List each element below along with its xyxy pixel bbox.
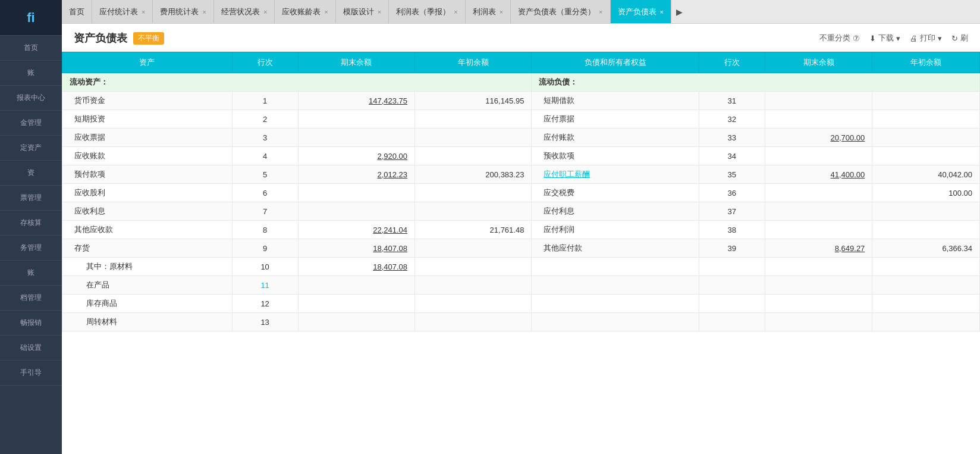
tab-expense-stats-label: 费用统计表 [160, 7, 199, 17]
begin-balance-r: 100.00 [872, 184, 980, 202]
end-balance-r [765, 92, 872, 110]
download-icon: ⬇ [869, 34, 876, 43]
sidebar-item-fund[interactable]: 金管理 [0, 111, 62, 136]
tab-expense-stats-close[interactable]: × [202, 8, 206, 15]
tab-template[interactable]: 模版设计 × [336, 0, 389, 24]
begin-balance-r: 40,042.00 [872, 165, 980, 184]
tab-payable-stats-close[interactable]: × [142, 8, 145, 15]
download-button[interactable]: ⬇ 下载 ▾ [869, 33, 900, 43]
table-row: 货币资金 1 147,423.75 116,145.95 短期借款 31 [62, 92, 980, 110]
tab-bar: 首页 应付统计表 × 费用统计表 × 经营状况表 × 应收账龄表 × 模版设计 … [62, 0, 980, 24]
sidebar-item-ticket[interactable]: 票管理 [0, 186, 62, 211]
balance-sheet-table: 资产 行次 期末余额 年初余额 负债和所有者权益 行次 期末余额 年初余额 流动… [62, 52, 980, 331]
tab-scroll-right[interactable]: ▶ [671, 7, 687, 17]
tab-balance-reclassified[interactable]: 资产负债表（重分类） × [511, 0, 610, 24]
sidebar-item-archive[interactable]: 档管理 [0, 286, 62, 311]
end-balance-r[interactable]: 41,400.00 [765, 165, 872, 184]
liability-name [532, 276, 699, 295]
end-balance-r [765, 295, 872, 313]
end-balance-r[interactable]: 20,700.00 [765, 129, 872, 147]
main-area: 首页 应付统计表 × 费用统计表 × 经营状况表 × 应收账龄表 × 模版设计 … [62, 0, 980, 454]
table-row: 其他应收款 8 22,241.04 21,761.48 应付利润 38 [62, 221, 980, 239]
tab-profit[interactable]: 利润表 × [466, 0, 511, 24]
tab-balance-reclassified-label: 资产负债表（重分类） [518, 7, 595, 17]
begin-balance-r [872, 92, 980, 110]
col-header-asset: 资产 [62, 52, 233, 73]
tab-operations-close[interactable]: × [263, 8, 267, 15]
sidebar-item-inventory[interactable]: 存核算 [0, 211, 62, 236]
begin-balance-l [415, 276, 532, 295]
begin-balance-r [872, 276, 980, 295]
liability-name [532, 258, 699, 276]
report-title-area: 资产负债表 不平衡 [74, 31, 164, 45]
tab-profit-close[interactable]: × [500, 8, 503, 15]
table-row: 应收账款 4 2,920.00 预收款项 34 [62, 147, 980, 165]
refresh-label: 刷 [960, 33, 968, 43]
end-balance-r[interactable]: 8,649.27 [765, 239, 872, 258]
tab-receivable-aging[interactable]: 应收账龄表 × [275, 0, 335, 24]
row-num-r [699, 276, 765, 295]
sidebar-item-home[interactable]: 首页 [0, 36, 62, 61]
unbalanced-badge: 不平衡 [133, 32, 164, 45]
col-header-row-r: 行次 [699, 52, 765, 73]
tab-template-close[interactable]: × [378, 8, 381, 15]
tab-expense-stats[interactable]: 费用统计表 × [153, 0, 213, 24]
end-balance-l[interactable]: 2,920.00 [298, 147, 414, 165]
tab-payable-stats[interactable]: 应付统计表 × [92, 0, 153, 24]
help-icon[interactable]: ⑦ [853, 34, 860, 43]
col-header-begin-r: 年初余额 [872, 52, 980, 73]
tab-profit-quarterly-label: 利润表（季报） [396, 7, 450, 17]
tab-balance-reclassified-close[interactable]: × [599, 8, 602, 15]
end-balance-r [765, 184, 872, 202]
sidebar-item-fixed-assets[interactable]: 定资产 [0, 136, 62, 161]
tab-profit-quarterly-close[interactable]: × [454, 8, 457, 15]
sidebar-item-account[interactable]: 账 [0, 61, 62, 86]
refresh-button[interactable]: ↻ 刷 [951, 33, 968, 43]
end-balance-l[interactable]: 22,241.04 [298, 221, 414, 239]
tab-balance-label: 资产负债表 [618, 7, 657, 17]
sidebar-item-report-center[interactable]: 报表中心 [0, 86, 62, 111]
tab-operations[interactable]: 经营状况表 × [214, 0, 275, 24]
sidebar: fi 首页 账 报表中心 金管理 定资产 资 票管理 存核算 务管理 账 档管理… [0, 0, 62, 454]
end-balance-l[interactable]: 147,423.75 [298, 92, 414, 110]
sidebar-item-expense[interactable]: 畅报销 [0, 311, 62, 336]
tab-profit-label: 利润表 [473, 7, 496, 17]
begin-balance-l [415, 184, 532, 202]
tab-template-label: 模版设计 [343, 7, 374, 17]
begin-balance-r [872, 221, 980, 239]
classify-toggle[interactable]: 不重分类 ⑦ [819, 33, 860, 43]
begin-balance-r [872, 295, 980, 313]
liability-name: 短期借款 [532, 92, 699, 110]
sidebar-item-ledger[interactable]: 账 [0, 261, 62, 286]
end-balance-l[interactable]: 18,407.08 [298, 239, 414, 258]
sidebar-item-affairs[interactable]: 务管理 [0, 236, 62, 261]
end-balance-l[interactable]: 18,407.08 [298, 258, 414, 276]
table-row: 预付款项 5 2,012.23 200,383.23 应付职工薪酬 35 41,… [62, 165, 980, 184]
asset-name: 应收股利 [62, 184, 233, 202]
tab-balance-close[interactable]: × [660, 8, 664, 15]
liability-name: 应付利息 [532, 202, 699, 221]
liability-name: 应付账款 [532, 129, 699, 147]
row-num-l: 12 [232, 295, 298, 313]
end-balance-r [765, 258, 872, 276]
row-num-r: 39 [699, 239, 765, 258]
tab-profit-quarterly[interactable]: 利润表（季报） × [389, 0, 465, 24]
tab-home[interactable]: 首页 [62, 0, 92, 24]
liability-name: 其他应付款 [532, 239, 699, 258]
section-current-assets: 流动资产： 流动负债： [62, 73, 980, 92]
asset-name: 货币资金 [62, 92, 233, 110]
row-num-r: 38 [699, 221, 765, 239]
table-row: 周转材料 13 [62, 313, 980, 331]
tab-balance[interactable]: 资产负债表 × [611, 0, 671, 24]
row-num-r [699, 258, 765, 276]
tab-receivable-aging-close[interactable]: × [324, 8, 328, 15]
classify-label: 不重分类 [819, 33, 850, 43]
sidebar-item-guide[interactable]: 手引导 [0, 361, 62, 386]
end-balance-r [765, 110, 872, 129]
sidebar-item-settings[interactable]: 础设置 [0, 336, 62, 361]
row-num-l: 10 [232, 258, 298, 276]
end-balance-l[interactable]: 2,012.23 [298, 165, 414, 184]
begin-balance-l [415, 258, 532, 276]
sidebar-item-capital[interactable]: 资 [0, 161, 62, 186]
print-button[interactable]: 🖨 打印 ▾ [910, 33, 942, 43]
